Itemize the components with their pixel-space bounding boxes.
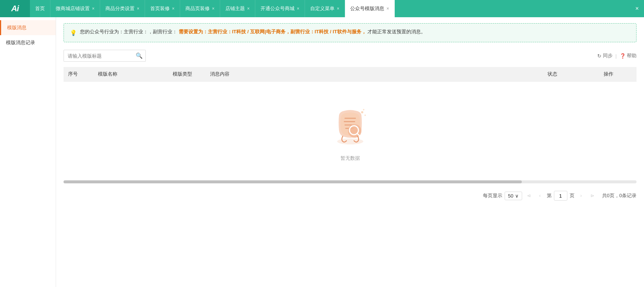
last-page-button[interactable]: ⊳ xyxy=(588,191,597,200)
scrollbar-thumb xyxy=(64,180,522,183)
nav-tab-weshop-settings[interactable]: 微商城店铺设置 × xyxy=(50,0,100,17)
close-tab-custom-menu-icon[interactable]: × xyxy=(337,6,339,11)
table-header-row: 序号模版名称模版类型消息内容状态操作 xyxy=(64,67,637,82)
page-size-label: 每页显示 xyxy=(483,192,502,199)
close-tab-template-message-icon[interactable]: × xyxy=(386,6,389,11)
svg-point-8 xyxy=(361,111,363,113)
page-label: 第 xyxy=(547,192,552,199)
close-tab-weshop-settings-icon[interactable]: × xyxy=(92,6,95,11)
app-logo: Ai xyxy=(0,0,30,17)
page-size-select[interactable]: 50 ∨ xyxy=(505,192,522,200)
notice-suffix: 才能正常发送预置的消息。 xyxy=(367,29,426,34)
notice-text: 您的公众号行业为：主营行业：，副营行业： 需要设置为：主营行业：IT科技 / 互… xyxy=(80,28,426,36)
table-col-index: 序号 xyxy=(64,67,93,82)
pagination: 每页显示 50 ∨ ⊲ ‹ 第 页 › ⊳ 共0页，0条记录 xyxy=(64,187,637,204)
close-tab-open-wechat-shop-icon[interactable]: × xyxy=(297,6,299,11)
empty-illustration xyxy=(328,104,373,149)
close-tab-home-decor-icon[interactable]: × xyxy=(172,6,175,11)
table-col-type: 模版类型 xyxy=(168,67,206,82)
page-input[interactable] xyxy=(554,191,567,201)
close-all-button[interactable]: × xyxy=(630,5,644,12)
data-table: 序号模版名称模版类型消息内容状态操作 xyxy=(64,67,637,82)
nav-tab-open-wechat-shop[interactable]: 开通公众号商城 × xyxy=(255,0,305,17)
sidebar-item-template-message[interactable]: 模版消息 xyxy=(0,20,56,35)
top-navigation: Ai 首页微商城店铺设置 ×商品分类设置 ×首页装修 ×商品页装修 ×店铺主题 … xyxy=(0,0,644,17)
sidebar-item-template-message-log[interactable]: 模版消息记录 xyxy=(0,35,56,50)
nav-tabs-container: 首页微商城店铺设置 ×商品分类设置 ×首页装修 ×商品页装修 ×店铺主题 ×开通… xyxy=(30,0,630,17)
search-right: ↻ 同步 | ❓ 帮助 xyxy=(597,52,637,59)
table-col-action: 操作 xyxy=(599,67,637,82)
chevron-down-icon: ∨ xyxy=(515,193,519,199)
sidebar: 模版消息模版消息记录 xyxy=(0,17,56,287)
nav-tab-product-page-decor[interactable]: 商品页装修 × xyxy=(180,0,220,17)
content-area: 💡 您的公众号行业为：主营行业：，副营行业： 需要设置为：主营行业：IT科技 /… xyxy=(56,17,644,287)
nav-tab-home-decor[interactable]: 首页装修 × xyxy=(145,0,180,17)
close-tab-product-category-icon[interactable]: × xyxy=(137,6,139,11)
help-label: 帮助 xyxy=(627,52,637,59)
close-tab-product-page-decor-icon[interactable]: × xyxy=(212,6,215,11)
nav-tab-custom-menu[interactable]: 自定义菜单 × xyxy=(305,0,345,17)
empty-text: 暂无数据 xyxy=(341,155,360,162)
sync-label: 同步 xyxy=(603,52,613,59)
sync-button[interactable]: ↻ 同步 xyxy=(597,52,613,59)
nav-tab-shop-theme[interactable]: 店铺主题 × xyxy=(220,0,255,17)
svg-point-9 xyxy=(364,115,366,116)
notice-highlight: 需要设置为：主营行业：IT科技 / 互联网|电子商务，副营行业：IT科技 / I… xyxy=(179,29,366,34)
table-col-content: 消息内容 xyxy=(206,67,543,82)
divider: | xyxy=(616,53,617,59)
table-col-status: 状态 xyxy=(543,67,599,82)
help-button[interactable]: ❓ 帮助 xyxy=(620,52,637,59)
search-bar: 🔍 ↻ 同步 | ❓ 帮助 xyxy=(64,50,637,62)
horizontal-scrollbar[interactable] xyxy=(64,180,637,183)
help-icon: ❓ xyxy=(620,53,626,59)
nav-tab-template-message[interactable]: 公众号模版消息 × xyxy=(345,0,395,17)
first-page-button[interactable]: ⊲ xyxy=(524,191,533,200)
notice-banner: 💡 您的公众号行业为：主营行业：，副营行业： 需要设置为：主营行业：IT科技 /… xyxy=(64,23,637,42)
main-layout: 模版消息模版消息记录 💡 您的公众号行业为：主营行业：，副营行业： 需要设置为：… xyxy=(0,17,644,287)
svg-point-0 xyxy=(337,138,363,144)
search-input-wrapper: 🔍 xyxy=(64,50,146,62)
sync-icon: ↻ xyxy=(597,53,601,59)
empty-state: 暂无数据 xyxy=(64,82,637,177)
page-unit: 页 xyxy=(570,192,574,199)
search-input[interactable] xyxy=(64,50,146,62)
notice-prefix: 您的公众号行业为：主营行业：，副营行业： xyxy=(80,29,177,34)
next-page-button[interactable]: › xyxy=(577,191,586,200)
notice-icon: 💡 xyxy=(70,28,77,37)
close-tab-shop-theme-icon[interactable]: × xyxy=(247,6,250,11)
search-button[interactable]: 🔍 xyxy=(136,52,143,59)
page-size-value: 50 xyxy=(508,193,513,199)
nav-tab-product-category[interactable]: 商品分类设置 × xyxy=(100,0,145,17)
prev-page-button[interactable]: ‹ xyxy=(536,191,545,200)
total-info: 共0页，0条记录 xyxy=(602,192,637,199)
table-col-name: 模版名称 xyxy=(93,67,168,82)
nav-tab-home[interactable]: 首页 xyxy=(30,0,50,17)
search-left: 🔍 xyxy=(64,50,146,62)
svg-point-10 xyxy=(363,109,364,110)
